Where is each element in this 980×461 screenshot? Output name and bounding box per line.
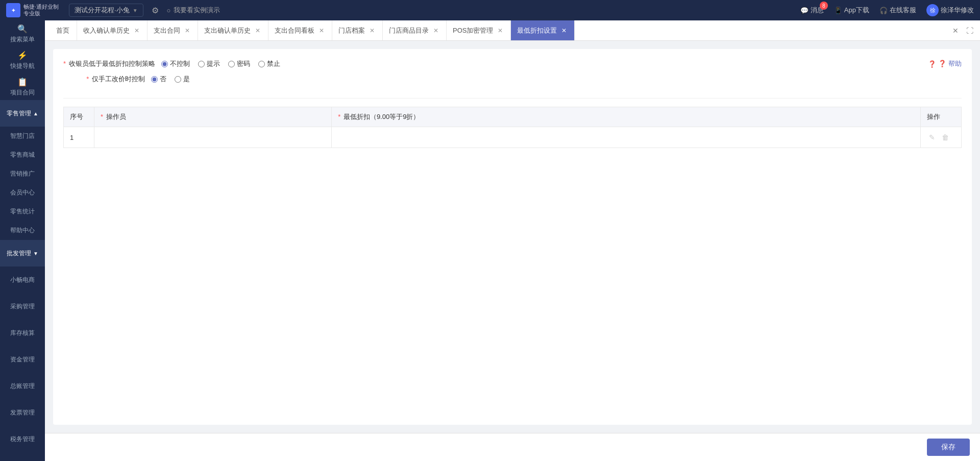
- radio-forbid-input[interactable]: [258, 61, 265, 67]
- radio-yes-input[interactable]: [175, 76, 181, 83]
- demo-link[interactable]: ○ 我要看实例演示: [167, 6, 220, 15]
- demo-label: 我要看实例演示: [174, 6, 220, 15]
- sidebar-item-smart-store[interactable]: 智慧门店: [0, 127, 45, 145]
- sidebar-item-member[interactable]: 会员中心: [0, 183, 45, 202]
- tab-expand-button[interactable]: ⛶: [964, 25, 976, 37]
- tab-bar: 首页 收入确认单历史 ✕ 支出合同 ✕ 支出确认单历史 ✕ 支出合同看板 ✕ 门…: [45, 20, 980, 41]
- tab-payment-contract-label: 支出合同: [154, 26, 180, 35]
- tab-bar-right: ✕ ⛶: [945, 25, 976, 37]
- edit-icon[interactable]: ✎: [927, 132, 937, 142]
- message-button[interactable]: 💬 消息 8: [800, 6, 824, 15]
- sidebar-item-project[interactable]: 📋 项目合同: [0, 74, 45, 100]
- tab-home[interactable]: 首页: [49, 20, 77, 41]
- tab-pos-password-close[interactable]: ✕: [496, 27, 504, 35]
- cell-min-discount: [332, 127, 921, 148]
- tab-payment-board-close[interactable]: ✕: [317, 27, 326, 35]
- radio-group-strategy: 不控制 提示 密码 禁: [161, 59, 280, 68]
- help-link[interactable]: ❓ ❓ 帮助: [928, 59, 962, 68]
- tab-payment-history-close[interactable]: ✕: [254, 27, 262, 35]
- sidebar-item-inventory[interactable]: 库存核算: [0, 320, 45, 346]
- tab-store-catalog-label: 门店商品目录: [389, 26, 429, 35]
- sidebar: 🔍 搜索菜单 ⚡ 快捷导航 📋 项目合同 零售管理 ▲ 智慧门店 零售商城 营销…: [0, 20, 45, 461]
- sidebar-item-capital[interactable]: 资金管理: [0, 346, 45, 373]
- th-operator: * 操作员: [94, 107, 332, 127]
- sidebar-item-shortcut[interactable]: ⚡ 快捷导航: [0, 47, 45, 74]
- user-name: 徐泽华修改: [941, 6, 974, 15]
- radio-no-control-label: 不控制: [170, 59, 190, 68]
- sidebar-item-search[interactable]: 🔍 搜索菜单: [0, 20, 45, 47]
- sidebar-item-wholesale[interactable]: 批发管理 ▼: [0, 240, 45, 266]
- sidebar-item-marketing[interactable]: 营销推广: [0, 164, 45, 183]
- sidebar-item-tax[interactable]: 税务管理: [0, 426, 45, 452]
- env-selector[interactable]: 测试分开花程·小兔 ▼: [69, 4, 143, 17]
- tab-min-discount[interactable]: 最低折扣设置 ✕: [511, 20, 575, 41]
- radio-password[interactable]: 密码: [228, 59, 250, 68]
- radio-forbid[interactable]: 禁止: [258, 59, 280, 68]
- purchase-label: 采购管理: [10, 302, 35, 311]
- help-icon: ❓: [928, 60, 936, 68]
- delete-icon[interactable]: 🗑: [940, 132, 950, 142]
- customer-service-button[interactable]: 🎧 在线客服: [879, 6, 916, 15]
- ledger-label: 总账管理: [10, 382, 35, 391]
- sidebar-item-ecommerce[interactable]: 小畅电商: [0, 266, 45, 293]
- radio-no-input[interactable]: [151, 76, 158, 83]
- help-label: 帮助中心: [10, 226, 35, 235]
- tab-store-archive-close[interactable]: ✕: [368, 27, 376, 35]
- tab-min-discount-close[interactable]: ✕: [560, 27, 568, 35]
- sidebar-item-invoice[interactable]: 发票管理: [0, 399, 45, 426]
- th-min-discount: * 最低折扣（9.00等于9折）: [332, 107, 921, 127]
- sidebar-item-retail[interactable]: 零售管理 ▲: [0, 100, 45, 127]
- tab-income-history[interactable]: 收入确认单历史 ✕: [77, 20, 148, 41]
- radio-remind[interactable]: 提示: [198, 59, 220, 68]
- tab-payment-contract-close[interactable]: ✕: [183, 27, 191, 35]
- tab-store-catalog-close[interactable]: ✕: [432, 27, 440, 35]
- tab-pos-password[interactable]: POS加密管理 ✕: [447, 20, 511, 41]
- sidebar-item-retail-stats[interactable]: 零售统计: [0, 202, 45, 221]
- content-area: 首页 收入确认单历史 ✕ 支出合同 ✕ 支出确认单历史 ✕ 支出合同看板 ✕ 门…: [45, 20, 980, 461]
- table-header-row: 序号 * 操作员 * 最低折扣（9.00等于9折）: [64, 107, 962, 127]
- tab-store-archive[interactable]: 门店档案 ✕: [332, 20, 383, 41]
- radio-no-label: 否: [160, 75, 166, 84]
- download-icon: 📱: [834, 7, 842, 14]
- tab-income-history-close[interactable]: ✕: [133, 27, 141, 35]
- tab-payment-history[interactable]: 支出确认单历史 ✕: [198, 20, 268, 41]
- app-download-label: App下载: [844, 6, 869, 15]
- sidebar-item-assets[interactable]: 固定资产: [0, 452, 45, 461]
- form-label-manual: * 仅手工改价时控制: [63, 75, 145, 84]
- tab-store-catalog[interactable]: 门店商品目录 ✕: [383, 20, 447, 41]
- table-header: 序号 * 操作员 * 最低折扣（9.00等于9折）: [64, 107, 962, 127]
- retail-mall-label: 零售商城: [10, 151, 35, 159]
- page-content: ❓ ❓ 帮助 * 收银员低于最低折扣控制策略 不控: [45, 41, 980, 433]
- radio-no-control[interactable]: 不控制: [161, 59, 190, 68]
- settings-icon[interactable]: ⚙: [152, 6, 159, 15]
- search-icon: 🔍: [17, 24, 28, 34]
- radio-no-control-input[interactable]: [161, 61, 168, 67]
- message-icon: 💬: [800, 7, 808, 14]
- sidebar-item-retail-mall[interactable]: 零售商城: [0, 145, 45, 164]
- tab-close-all-button[interactable]: ✕: [949, 25, 962, 37]
- topbar-center: 测试分开花程·小兔 ▼ ⚙ ○ 我要看实例演示: [59, 4, 800, 17]
- chevron-up-icon: ▲: [33, 111, 38, 116]
- save-button[interactable]: 保存: [927, 439, 970, 456]
- cell-actions: ✎ 🗑: [921, 127, 962, 148]
- data-table: 序号 * 操作员 * 最低折扣（9.00等于9折）: [63, 107, 962, 148]
- sidebar-item-purchase[interactable]: 采购管理: [0, 293, 45, 320]
- radio-remind-input[interactable]: [198, 61, 205, 67]
- user-menu[interactable]: 徐 徐泽华修改: [926, 4, 974, 16]
- radio-password-input[interactable]: [228, 61, 235, 67]
- sidebar-item-help[interactable]: 帮助中心: [0, 221, 45, 240]
- app-download-button[interactable]: 📱 App下载: [834, 6, 869, 15]
- radio-no[interactable]: 否: [151, 75, 166, 84]
- page-card: ❓ ❓ 帮助 * 收银员低于最低折扣控制策略 不控: [53, 49, 972, 425]
- wholesale-label: 批发管理: [7, 249, 31, 258]
- tab-payment-board[interactable]: 支出合同看板 ✕: [268, 20, 332, 41]
- retail-label: 零售管理: [7, 109, 31, 118]
- tab-payment-contract[interactable]: 支出合同 ✕: [148, 20, 198, 41]
- tab-min-discount-label: 最低折扣设置: [517, 26, 557, 35]
- radio-yes[interactable]: 是: [175, 75, 190, 84]
- table-container: 序号 * 操作员 * 最低折扣（9.00等于9折）: [63, 107, 962, 148]
- table-row: 1 ✎ 🗑: [64, 127, 962, 148]
- cell-operator: [94, 127, 332, 148]
- sidebar-item-ledger[interactable]: 总账管理: [0, 373, 45, 399]
- tab-store-archive-label: 门店档案: [338, 26, 365, 35]
